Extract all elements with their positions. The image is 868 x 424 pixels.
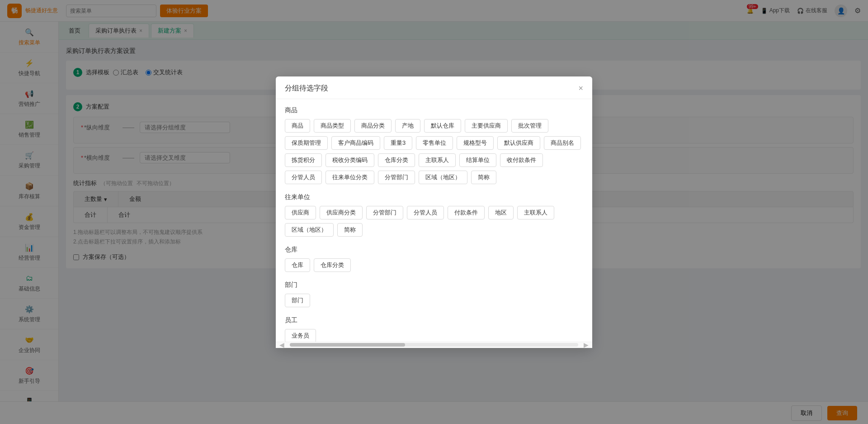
section-title-partner: 往来单位 — [285, 193, 583, 201]
modal-header: 分组待选字段 × — [276, 76, 592, 99]
field-tag[interactable]: 仓库分类 — [314, 258, 351, 272]
scroll-left-arrow[interactable]: ◀ — [278, 341, 286, 348]
modal-section-partner: 往来单位供应商供应商分类分管部门分管人员付款条件地区主联系人区域（地区）简称 — [285, 193, 583, 237]
field-tag[interactable]: 分管部门 — [378, 171, 415, 184]
modal-body: 商品商品商品类型商品分类产地默认仓库主要供应商批次管理保质期管理客户商品编码重量… — [276, 99, 592, 342]
modal-section-goods: 商品商品商品类型商品分类产地默认仓库主要供应商批次管理保质期管理客户商品编码重量… — [285, 106, 583, 184]
field-tag[interactable]: 客户商品编码 — [331, 136, 380, 150]
modal-section-warehouse: 仓库仓库仓库分类 — [285, 246, 583, 272]
field-tag[interactable]: 结算单位 — [459, 153, 496, 167]
field-tag[interactable]: 区域（地区） — [419, 171, 467, 184]
section-title-goods: 商品 — [285, 106, 583, 114]
field-tag[interactable]: 区域（地区） — [285, 223, 334, 237]
field-tag[interactable]: 主联系人 — [419, 153, 456, 167]
modal-section-dept: 部门部门 — [285, 281, 583, 307]
field-tag[interactable]: 零售单位 — [416, 136, 453, 150]
field-tag[interactable]: 业务员 — [285, 329, 316, 342]
field-tag[interactable]: 主联系人 — [517, 206, 554, 219]
field-tag[interactable]: 分管人员 — [407, 206, 444, 219]
field-tag[interactable]: 商品分类 — [354, 119, 392, 133]
field-tag[interactable]: 往来单位分类 — [326, 171, 374, 184]
modal-overlay: 分组待选字段 × 商品商品商品类型商品分类产地默认仓库主要供应商批次管理保质期管… — [0, 0, 868, 424]
field-tag[interactable]: 分管人员 — [285, 171, 322, 184]
field-tag[interactable]: 仓库分类 — [378, 153, 415, 167]
hscroll-track[interactable] — [290, 343, 578, 347]
field-tag[interactable]: 产地 — [395, 119, 420, 133]
modal-section-staff: 员工业务员 — [285, 316, 583, 342]
hscroll-thumb — [290, 343, 405, 347]
section-title-dept: 部门 — [285, 281, 583, 289]
field-tag[interactable]: 收付款条件 — [500, 153, 543, 167]
field-tag[interactable]: 重量3 — [384, 136, 412, 150]
field-tag[interactable]: 默认供应商 — [497, 136, 540, 150]
modal-title: 分组待选字段 — [285, 84, 328, 93]
section-title-staff: 员工 — [285, 316, 583, 324]
field-tag[interactable]: 商品类型 — [314, 119, 351, 133]
field-tag[interactable]: 税收分类编码 — [326, 153, 374, 167]
field-tag[interactable]: 供应商 — [285, 206, 316, 219]
field-tag[interactable]: 付款条件 — [448, 206, 485, 219]
scroll-right-arrow[interactable]: ▶ — [582, 341, 590, 348]
field-tag[interactable]: 拣货积分 — [285, 153, 322, 167]
field-tag[interactable]: 简称 — [471, 171, 496, 184]
field-tag[interactable]: 默认仓库 — [424, 119, 461, 133]
field-tag[interactable]: 规格型号 — [457, 136, 494, 150]
field-tag[interactable]: 地区 — [488, 206, 514, 219]
field-tag[interactable]: 保质期管理 — [285, 136, 328, 150]
field-tags-warehouse: 仓库仓库分类 — [285, 258, 583, 272]
field-tag[interactable]: 简称 — [337, 223, 363, 237]
field-tags-staff: 业务员 — [285, 329, 583, 342]
field-tag[interactable]: 主要供应商 — [465, 119, 508, 133]
field-select-modal: 分组待选字段 × 商品商品商品类型商品分类产地默认仓库主要供应商批次管理保质期管… — [276, 76, 592, 348]
field-tag[interactable]: 商品 — [285, 119, 310, 133]
field-tag[interactable]: 批次管理 — [511, 119, 548, 133]
field-tags-dept: 部门 — [285, 294, 583, 307]
modal-close-btn[interactable]: × — [578, 84, 583, 92]
field-tag[interactable]: 部门 — [285, 294, 310, 307]
section-title-warehouse: 仓库 — [285, 246, 583, 254]
field-tag[interactable]: 供应商分类 — [320, 206, 363, 219]
field-tag[interactable]: 仓库 — [285, 258, 310, 272]
modal-hscroll[interactable]: ◀ ▶ — [276, 342, 592, 348]
field-tag[interactable]: 分管部门 — [366, 206, 403, 219]
field-tag[interactable]: 商品别名 — [544, 136, 581, 150]
field-tags-partner: 供应商供应商分类分管部门分管人员付款条件地区主联系人区域（地区）简称 — [285, 206, 583, 237]
field-tags-goods: 商品商品类型商品分类产地默认仓库主要供应商批次管理保质期管理客户商品编码重量3零… — [285, 119, 583, 184]
